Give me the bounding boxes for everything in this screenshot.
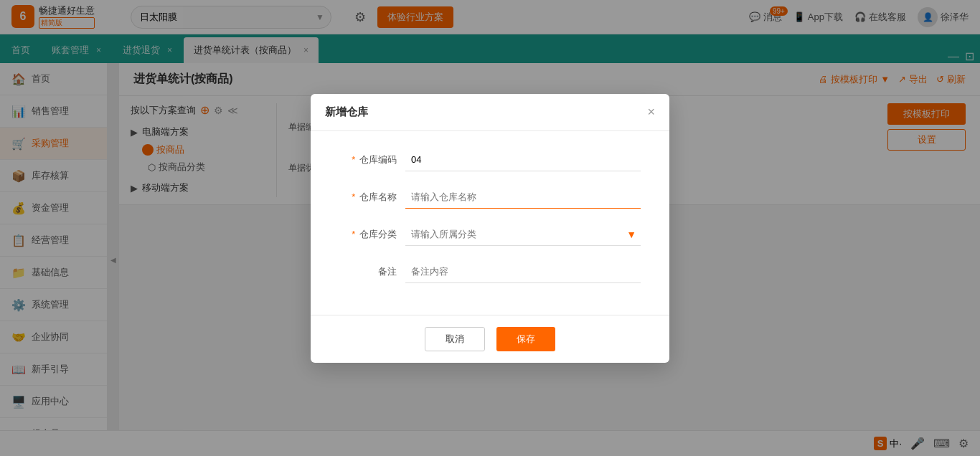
category-required-mark: *: [352, 229, 355, 239]
category-dropdown-icon[interactable]: ▼: [626, 229, 636, 240]
category-label: * 仓库分类: [339, 228, 397, 241]
name-label: * 仓库名称: [339, 191, 397, 204]
form-row-name: * 仓库名称: [339, 186, 641, 209]
add-warehouse-modal: 新增仓库 × * 仓库编码 * 仓库名称: [311, 94, 669, 363]
cancel-btn[interactable]: 取消: [425, 327, 485, 351]
save-btn[interactable]: 保存: [496, 327, 555, 351]
code-required-mark: *: [352, 154, 355, 165]
modal-header: 新增仓库 ×: [311, 94, 669, 131]
form-row-code: * 仓库编码: [339, 148, 641, 171]
form-row-category: * 仓库分类 ▼: [339, 223, 641, 246]
modal-title: 新增仓库: [325, 105, 368, 119]
form-row-note: * 备注: [339, 260, 641, 283]
code-input[interactable]: [405, 148, 641, 171]
note-label: * 备注: [339, 265, 397, 278]
modal-overlay: 新增仓库 × * 仓库编码 * 仓库名称: [0, 0, 980, 456]
modal-body: * 仓库编码 * 仓库名称 * 仓库分类: [311, 131, 669, 315]
category-select-wrap: ▼: [405, 223, 641, 246]
name-required-mark: *: [352, 191, 355, 202]
modal-close-btn[interactable]: ×: [647, 105, 655, 118]
category-input[interactable]: [405, 223, 641, 246]
code-label: * 仓库编码: [339, 153, 397, 166]
modal-footer: 取消 保存: [311, 315, 669, 363]
note-input[interactable]: [405, 260, 641, 283]
name-input[interactable]: [405, 186, 641, 209]
